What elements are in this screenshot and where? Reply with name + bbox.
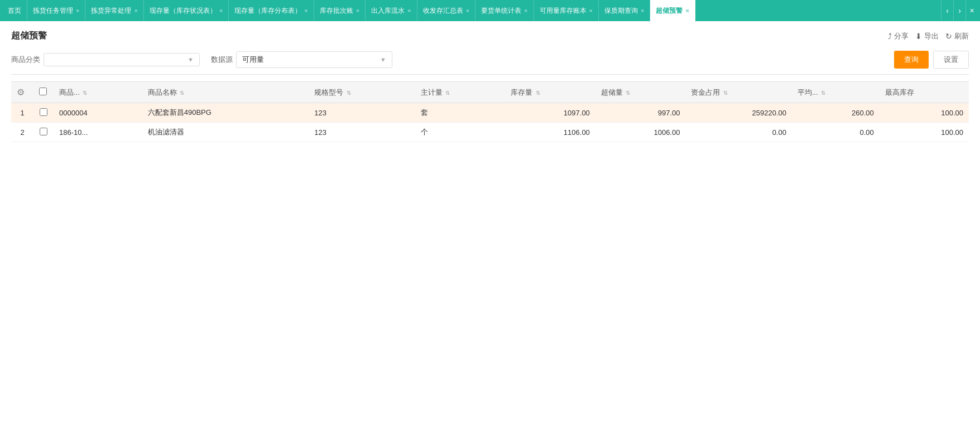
checkbox-header[interactable] [33,82,54,103]
nav-tab-stock-status[interactable]: 现存量（库存状况表） × [144,0,229,21]
product-category-label: 商品分类 [11,55,40,65]
data-table: ⚙ 商品... ⇅ 商品名称 ⇅ 规格型号 ⇅ 主计量 [11,81,969,142]
nav-tab-expiry[interactable]: 保质期查询 × [599,0,650,21]
close-tab-summary[interactable]: × [466,7,469,14]
chevron-down-icon: ▼ [188,56,194,63]
nav-arrows: ‹ › × [941,0,978,21]
row-unit-1: 套 [415,103,506,123]
nav-arrow-right[interactable]: › [953,0,965,21]
page-content: 超储预警 ⤴ 分享 ⬇ 导出 ↻ 刷新 商品分类 ▼ 数据源 [0,21,980,446]
sort-icon-unit: ⇅ [445,90,450,96]
col-stock[interactable]: 库存量 ⇅ [505,82,595,103]
row-checkbox-2[interactable] [33,123,54,142]
nav-tab-stock-dist[interactable]: 现存量（库存分布表） × [229,0,314,21]
table-row: 2 186-10... 机油滤清器 123 个 1106.00 1006.00 … [11,123,969,142]
select-all-checkbox[interactable] [39,88,47,95]
filter-row: 商品分类 ▼ 数据源 可用量 ▼ 查询 设置 [11,51,969,69]
nav-tab-task[interactable]: 拣货任务管理 × [27,0,85,21]
row-product-code-1: 0000004 [54,103,142,123]
col-spec[interactable]: 规格型号 ⇅ [309,82,415,103]
close-tab-requisition[interactable]: × [524,7,527,14]
nav-tab-summary[interactable]: 收发存汇总表 × [417,0,475,21]
row-stock-2: 1106.00 [505,123,595,142]
close-tab-flow[interactable]: × [407,7,411,14]
nav-tab-abnormal[interactable]: 拣货异常处理 × [85,0,143,21]
data-source-select[interactable]: 可用量 ▼ [236,51,392,68]
row-checkbox-1[interactable] [33,103,54,123]
col-product-code[interactable]: 商品... ⇅ [54,82,142,103]
col-overstock[interactable]: 超储量 ⇅ [595,82,686,103]
share-icon: ⤴ [888,32,892,41]
sort-icon-code: ⇅ [83,90,87,96]
refresh-icon: ↻ [945,32,952,41]
close-tab-expiry[interactable]: × [641,7,644,14]
row-max-stock-2: 100.00 [880,123,969,142]
nav-tab-flow[interactable]: 出入库流水 × [366,0,417,21]
row-product-name-2: 机油滤清器 [142,123,309,142]
table-row: 1 0000004 六配套新昌490BPG 123 套 1097.00 997.… [11,103,969,123]
share-button[interactable]: ⤴ 分享 [888,31,909,41]
settings-header[interactable]: ⚙ [11,82,33,103]
row-product-name-1: 六配套新昌490BPG [142,103,309,123]
top-nav: 首页 拣货任务管理 × 拣货异常处理 × 现存量（库存状况表） × 现存量（库存… [0,0,980,21]
filter-action-buttons: 查询 设置 [894,51,969,69]
col-product-name[interactable]: 商品名称 ⇅ [142,82,309,103]
row-num-2: 2 [11,123,33,142]
close-tab-stock-dist[interactable]: × [304,7,308,14]
sort-icon-spec: ⇅ [347,90,351,96]
sort-icon-stock: ⇅ [536,90,540,96]
row-check-1[interactable] [40,108,47,116]
product-category-filter: 商品分类 ▼ [11,53,200,66]
filter-divider [11,74,969,75]
settings-button[interactable]: 设置 [933,51,969,69]
row-capital-2: 0.00 [685,123,792,142]
close-tab-task[interactable]: × [76,7,79,14]
row-average-1: 260.00 [792,103,880,123]
gear-icon[interactable]: ⚙ [17,88,25,97]
refresh-button[interactable]: ↻ 刷新 [945,31,969,41]
nav-tab-home[interactable]: 首页 [2,0,27,21]
close-tab-abnormal[interactable]: × [134,7,137,14]
row-overstock-2: 1006.00 [595,123,686,142]
nav-tab-batch[interactable]: 库存批次账 × [314,0,366,21]
nav-arrow-left[interactable]: ‹ [941,0,953,21]
chevron-down-icon-2: ▼ [380,56,386,63]
nav-tab-overstock[interactable]: 超储预警 × [650,0,695,21]
data-source-value: 可用量 [242,55,264,65]
row-spec-1: 123 [309,103,415,123]
page-title: 超储预警 [11,30,47,42]
close-tab-available[interactable]: × [589,7,593,14]
col-average[interactable]: 平均... ⇅ [792,82,880,103]
data-source-filter: 数据源 可用量 ▼ [211,51,392,68]
sort-icon-average: ⇅ [821,90,825,96]
sort-icon-name: ⇅ [180,90,184,96]
row-average-2: 0.00 [792,123,880,142]
row-check-2[interactable] [40,128,47,135]
close-tab-overstock[interactable]: × [685,7,689,14]
row-num-1: 1 [11,103,33,123]
col-max-stock[interactable]: 最高库存 [880,82,969,103]
close-tab-batch[interactable]: × [356,7,359,14]
nav-arrow-close[interactable]: × [965,0,978,21]
sort-icon-overstock: ⇅ [626,90,630,96]
row-product-code-2: 186-10... [54,123,142,142]
col-unit[interactable]: 主计量 ⇅ [415,82,506,103]
row-spec-2: 123 [309,123,415,142]
table-header-row: ⚙ 商品... ⇅ 商品名称 ⇅ 规格型号 ⇅ 主计量 [11,82,969,103]
row-unit-2: 个 [415,123,506,142]
col-capital[interactable]: 资金占用 ⇅ [685,82,792,103]
query-button[interactable]: 查询 [894,51,929,69]
row-stock-1: 1097.00 [505,103,595,123]
export-icon: ⬇ [915,32,922,41]
data-source-label: 数据源 [211,55,233,65]
nav-tab-available[interactable]: 可用量库存账本 × [534,0,599,21]
close-tab-stock-status[interactable]: × [219,7,223,14]
row-max-stock-1: 100.00 [880,103,969,123]
nav-tab-requisition[interactable]: 要货单统计表 × [475,0,534,21]
sort-icon-capital: ⇅ [723,90,728,96]
export-button[interactable]: ⬇ 导出 [915,31,939,41]
table-body: 1 0000004 六配套新昌490BPG 123 套 1097.00 997.… [11,103,969,142]
product-category-select[interactable]: ▼ [44,53,200,66]
row-capital-1: 259220.00 [685,103,792,123]
row-overstock-1: 997.00 [595,103,686,123]
